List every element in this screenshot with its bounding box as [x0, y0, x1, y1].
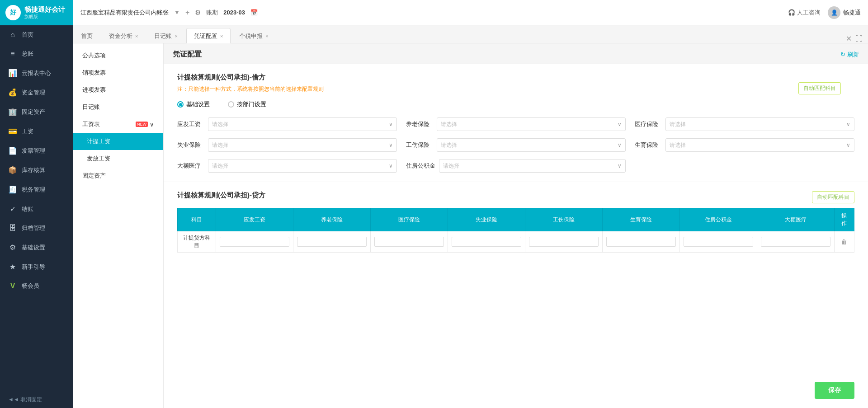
sidebar-item-close[interactable]: ✓ 结账 — [0, 199, 73, 219]
delete-row-button[interactable]: 🗑 — [841, 238, 847, 245]
housing-fund-placeholder: 请选择 — [443, 162, 459, 170]
sidebar-unpin-button[interactable]: ◄◄ 取消固定 — [0, 391, 73, 408]
injury-select[interactable]: 请选择 ∨ — [437, 138, 626, 152]
tab-home[interactable]: 首页 — [73, 28, 100, 43]
sidebar-item-settings[interactable]: ⚙ 基础设置 — [0, 238, 73, 257]
sidebar-item-guide[interactable]: ★ 新手引导 — [0, 257, 73, 277]
input-major-medical[interactable] — [761, 237, 830, 247]
housing-fund-label: 住房公积金 — [406, 162, 435, 170]
refresh-label: 刷新 — [847, 51, 859, 59]
unemployment-placeholder: 请选择 — [212, 141, 228, 149]
tab-journal[interactable]: 日记账 × — [146, 28, 185, 43]
sidebar-label-archive: 归档管理 — [22, 224, 45, 232]
calendar-icon[interactable]: 📅 — [250, 9, 258, 16]
consult-button[interactable]: 🎧 人工咨询 — [788, 9, 821, 17]
logo-title: 畅捷通好会计 — [24, 5, 65, 14]
period-label: 账期 — [206, 9, 218, 17]
sidebar-item-assets[interactable]: 🏢 固定资产 — [0, 102, 73, 122]
sidebar-item-home[interactable]: ⌂ 首页 — [0, 25, 73, 44]
close-tab-button[interactable]: ✕ — [846, 34, 852, 43]
gross-salary-label: 应发工资 — [177, 120, 204, 128]
th-injury: 工伤保险 — [525, 208, 602, 231]
menu-accrue-salary[interactable]: 计提工资 — [73, 133, 163, 150]
radio-basic[interactable]: 基础设置 — [177, 100, 210, 108]
sidebar-item-salary[interactable]: 💳 工资 — [0, 122, 73, 141]
maternity-select[interactable]: 请选择 ∨ — [665, 138, 854, 152]
input-medical[interactable] — [374, 237, 444, 247]
cell-major-medical — [757, 231, 834, 253]
member-icon: V — [8, 282, 17, 290]
input-gross[interactable] — [220, 237, 289, 247]
logo-icon: 好 — [5, 5, 21, 20]
pension-select[interactable]: 请选择 ∨ — [437, 117, 626, 131]
sidebar-item-invoice[interactable]: 📄 发票管理 — [0, 141, 73, 160]
radio-department[interactable]: 按部门设置 — [228, 100, 266, 108]
sidebar-item-tax[interactable]: 🧾 税务管理 — [0, 180, 73, 199]
expand-tab-button[interactable]: ⛶ — [855, 35, 863, 43]
sidebar-item-inventory[interactable]: 📦 库存核算 — [0, 160, 73, 180]
menu-public-options[interactable]: 公共选项 — [73, 47, 163, 64]
th-major-medical: 大额医疗 — [757, 208, 834, 231]
th-maternity: 生育保险 — [602, 208, 679, 231]
sidebar-nav: ⌂ 首页 ≡ 总账 📊 云报表中心 💰 资金管理 🏢 固定资产 💳 工资 📄 发… — [0, 25, 73, 391]
logo-sub: 旗舰版 — [24, 14, 65, 20]
menu-journal[interactable]: 日记账 — [73, 98, 163, 116]
debit-section-title: 计提核算规则(公司承担)-借方 — [177, 73, 854, 82]
page-content: 公共选项 销项发票 进项发票 日记账 工资表 NEW ∨ 计提工资 发放工资 固… — [73, 43, 868, 408]
radio-group: 基础设置 按部门设置 — [177, 100, 854, 108]
settings-gear-icon[interactable]: ⚙ — [195, 9, 201, 17]
debit-section-inner: 计提核算规则(公司承担)-借方 注：只能选择一种方式，系统将按照您当前的选择来配… — [177, 73, 854, 173]
input-housing[interactable] — [684, 237, 753, 247]
sidebar-item-member[interactable]: V 畅会员 — [0, 277, 73, 295]
sidebar-label-guide: 新手引导 — [22, 263, 45, 271]
refresh-button[interactable]: ↻ 刷新 — [840, 51, 859, 59]
menu-sales-invoice[interactable]: 销项发票 — [73, 64, 163, 81]
input-unemployment[interactable] — [452, 237, 521, 247]
gross-salary-select[interactable]: 请选择 ∨ — [208, 117, 397, 131]
maternity-label: 生育保险 — [635, 141, 662, 149]
sidebar-item-ledger[interactable]: ≡ 总账 — [0, 44, 73, 63]
home-icon: ⌂ — [8, 31, 17, 39]
sidebar-item-archive[interactable]: 🗄 归档管理 — [0, 219, 73, 238]
sidebar-label-close: 结账 — [22, 205, 33, 213]
radio-basic-label: 基础设置 — [186, 100, 210, 108]
input-injury[interactable] — [529, 237, 599, 247]
main-area: 江西服宝精品有限责任公司内账张 ▼ + ⚙ 账期 2023-03 📅 🎧 人工咨… — [73, 0, 868, 408]
medical-select[interactable]: 请选择 ∨ — [665, 117, 854, 131]
field-maternity: 生育保险 请选择 ∨ — [635, 138, 854, 152]
tab-home-label: 首页 — [81, 32, 93, 40]
debit-auto-match-button[interactable]: 自动匹配科目 — [798, 82, 841, 94]
tab-fund-analysis[interactable]: 资金分析 × — [101, 28, 146, 43]
menu-pay-salary[interactable]: 发放工资 — [73, 150, 163, 167]
medical-placeholder: 请选择 — [670, 121, 686, 128]
tab-fund-close[interactable]: × — [135, 33, 138, 39]
th-pension: 养老保险 — [293, 208, 371, 231]
salary-table-label: 工资表 — [82, 120, 100, 128]
user-menu[interactable]: 👤 畅捷通 — [828, 6, 861, 19]
input-maternity[interactable] — [606, 237, 676, 247]
input-pension[interactable] — [297, 237, 367, 247]
tab-journal-close[interactable]: × — [175, 33, 177, 39]
field-medical: 医疗保险 请选择 ∨ — [635, 117, 854, 131]
company-dropdown-icon[interactable]: ▼ — [174, 9, 180, 16]
tab-tax-declare[interactable]: 个税申报 × — [231, 28, 276, 43]
save-button[interactable]: 保存 — [815, 382, 854, 399]
field-pension: 养老保险 请选择 ∨ — [406, 117, 626, 131]
housing-fund-select[interactable]: 请选择 ∨ — [439, 159, 626, 173]
tab-tax-close[interactable]: × — [265, 33, 268, 39]
add-company-button[interactable]: + — [185, 9, 189, 17]
reports-icon: 📊 — [8, 69, 17, 77]
sidebar-item-funds[interactable]: 💰 资金管理 — [0, 83, 73, 102]
menu-purchase-invoice[interactable]: 进项发票 — [73, 81, 163, 98]
credit-auto-match-button[interactable]: 自动匹配科目 — [812, 191, 854, 203]
unemployment-select[interactable]: 请选择 ∨ — [208, 138, 397, 152]
sidebar-item-reports[interactable]: 📊 云报表中心 — [0, 63, 73, 83]
tab-voucher-config[interactable]: 凭证配置 × — [186, 28, 231, 43]
tab-fund-label: 资金分析 — [109, 32, 132, 40]
major-medical-select[interactable]: 请选择 ∨ — [208, 159, 397, 173]
assets-icon: 🏢 — [8, 108, 17, 116]
tab-voucher-close[interactable]: × — [220, 33, 223, 39]
period-value: 2023-03 — [223, 9, 245, 16]
menu-fixed-assets[interactable]: 固定资产 — [73, 167, 163, 184]
menu-salary-table-header[interactable]: 工资表 NEW ∨ — [73, 116, 163, 133]
